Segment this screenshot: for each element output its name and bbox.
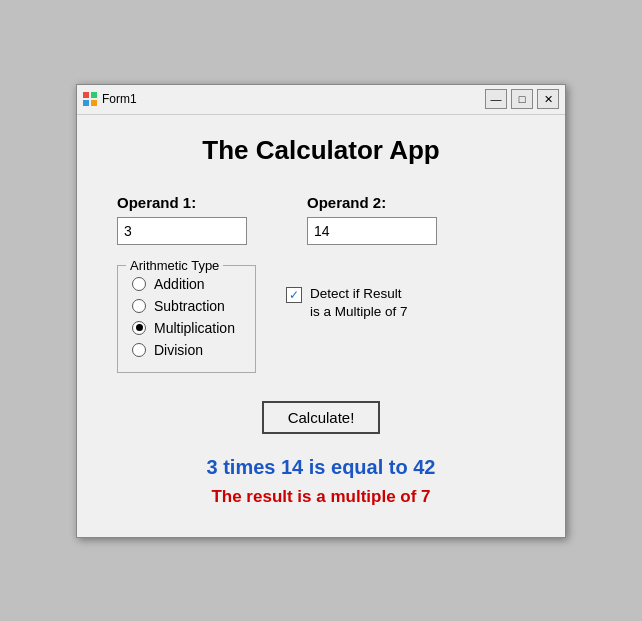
detect-label: Detect if Result is a Multiple of 7 <box>310 285 408 321</box>
radio-subtraction[interactable]: Subtraction <box>132 298 235 314</box>
radio-division[interactable]: Division <box>132 342 235 358</box>
radio-addition[interactable]: Addition <box>132 276 235 292</box>
operands-row: Operand 1: Operand 2: <box>117 194 525 245</box>
window-body: The Calculator App Operand 1: Operand 2:… <box>77 115 565 537</box>
detect-checkbox[interactable]: ✓ <box>286 287 302 303</box>
arithmetic-legend: Arithmetic Type <box>126 258 223 273</box>
detect-group[interactable]: ✓ Detect if Result is a Multiple of 7 <box>286 285 408 321</box>
detect-label-line1: Detect if Result <box>310 286 402 301</box>
radio-subtraction-circle <box>132 299 146 313</box>
svg-rect-0 <box>83 92 89 98</box>
window-icon <box>83 92 97 106</box>
operand1-input[interactable] <box>117 217 247 245</box>
operand1-label: Operand 1: <box>117 194 247 211</box>
arithmetic-group: Arithmetic Type Addition Subtraction Mul… <box>117 265 256 373</box>
result-primary: 3 times 14 is equal to 42 <box>117 456 525 479</box>
radio-addition-circle <box>132 277 146 291</box>
operand1-group: Operand 1: <box>117 194 247 245</box>
title-bar-title: Form1 <box>102 92 137 106</box>
radio-addition-label: Addition <box>154 276 205 292</box>
radio-division-circle <box>132 343 146 357</box>
radio-division-label: Division <box>154 342 203 358</box>
title-bar: Form1 — □ ✕ <box>77 85 565 115</box>
operand2-group: Operand 2: <box>307 194 437 245</box>
detect-label-line2: is a Multiple of 7 <box>310 304 408 319</box>
operand2-label: Operand 2: <box>307 194 437 211</box>
svg-rect-3 <box>91 100 97 106</box>
app-title: The Calculator App <box>117 135 525 166</box>
radio-multiplication-label: Multiplication <box>154 320 235 336</box>
middle-row: Arithmetic Type Addition Subtraction Mul… <box>117 265 525 373</box>
calculate-row: Calculate! <box>117 401 525 434</box>
svg-rect-1 <box>91 92 97 98</box>
radio-subtraction-label: Subtraction <box>154 298 225 314</box>
restore-button[interactable]: □ <box>511 89 533 109</box>
app-window: Form1 — □ ✕ The Calculator App Operand 1… <box>76 84 566 538</box>
title-bar-left: Form1 <box>83 92 137 106</box>
checkbox-check-mark: ✓ <box>289 289 299 301</box>
radio-multiplication-circle <box>132 321 146 335</box>
radio-multiplication[interactable]: Multiplication <box>132 320 235 336</box>
operand2-input[interactable] <box>307 217 437 245</box>
close-button[interactable]: ✕ <box>537 89 559 109</box>
minimize-button[interactable]: — <box>485 89 507 109</box>
title-bar-buttons: — □ ✕ <box>485 89 559 109</box>
svg-rect-2 <box>83 100 89 106</box>
result-secondary: The result is a multiple of 7 <box>117 487 525 507</box>
calculate-button[interactable]: Calculate! <box>262 401 381 434</box>
